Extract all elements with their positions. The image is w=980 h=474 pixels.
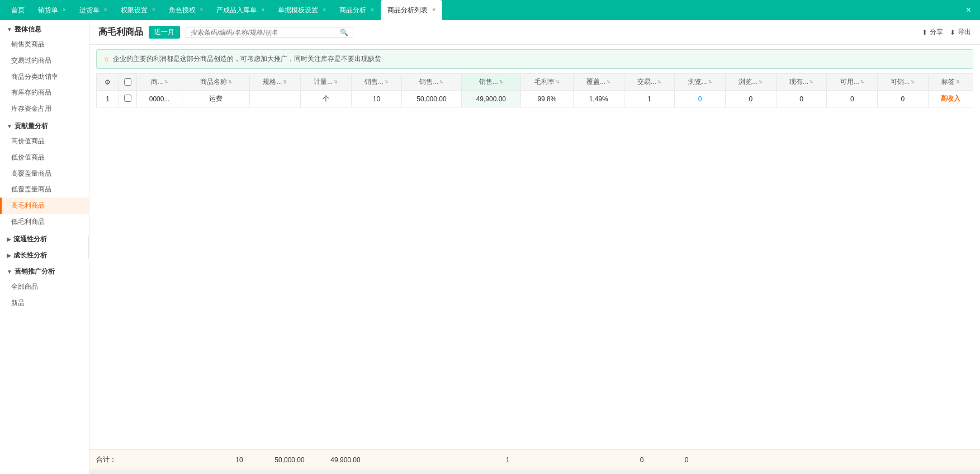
export-button[interactable]: ⬇ 导出 bbox=[950, 27, 971, 37]
bottom-scrollbar[interactable] bbox=[89, 470, 980, 474]
sidebar-item-low-coverage[interactable]: 低覆盖量商品 bbox=[0, 181, 89, 198]
col-sale-qty-header[interactable]: 销售...⇅ bbox=[351, 74, 402, 91]
sort-icon-samount: ⇅ bbox=[439, 79, 443, 85]
nav-template-settings[interactable]: 单据模板设置 × bbox=[271, 0, 333, 20]
total-sale-amount: 50,000.00 bbox=[262, 456, 318, 464]
total-empty-1 bbox=[127, 456, 217, 464]
col-spec-header[interactable]: 规格...⇅ bbox=[250, 74, 301, 91]
col-current-header[interactable]: 现有...⇅ bbox=[776, 74, 827, 91]
table-wrapper[interactable]: ⚙ 商...⇅ 商品名称⇅ 规格...⇅ bbox=[89, 73, 980, 449]
total-transaction: 1 bbox=[485, 456, 530, 464]
col-saleable-header[interactable]: 可销...⇅ bbox=[878, 74, 929, 91]
col-coverage-header[interactable]: 覆盖...⇅ bbox=[573, 74, 624, 91]
time-filter-button[interactable]: 近一月 bbox=[149, 26, 180, 39]
sidebar-item-stock-capital[interactable]: 库存资金占用 bbox=[0, 101, 89, 117]
browse1-link[interactable]: 0 bbox=[698, 95, 702, 103]
sort-icon-sqty: ⇅ bbox=[385, 79, 389, 85]
chevron-down-icon-2: ▼ bbox=[7, 123, 12, 129]
nav-sales-order[interactable]: 销货单 × bbox=[31, 0, 73, 20]
sidebar-item-low-value[interactable]: 低价值商品 bbox=[0, 149, 89, 166]
cell-sale-profit: 49,900.00 bbox=[461, 91, 520, 107]
close-purchase-order[interactable]: × bbox=[104, 0, 107, 20]
col-sale-profit-header[interactable]: 销售...⇅ bbox=[461, 74, 520, 91]
total-empty-3 bbox=[429, 456, 485, 464]
sidebar-item-category-rate[interactable]: 商品分类助销率 bbox=[0, 69, 89, 85]
nav-goods-analysis-list[interactable]: 商品分析列表 × bbox=[381, 0, 442, 20]
sidebar-item-low-gross[interactable]: 低毛利商品 bbox=[0, 214, 89, 230]
sidebar-item-new-goods[interactable]: 新品 bbox=[0, 295, 89, 311]
col-browse2-header[interactable]: 浏览...⇅ bbox=[725, 74, 776, 91]
close-role-auth[interactable]: × bbox=[200, 0, 203, 20]
nav-role-auth[interactable]: 角色授权 × bbox=[162, 0, 210, 20]
col-gross-rate-header[interactable]: 毛利率⇅ bbox=[521, 74, 574, 91]
cell-spec bbox=[250, 91, 301, 107]
col-transaction-header[interactable]: 交易...⇅ bbox=[624, 74, 675, 91]
sidebar-group-flow[interactable]: ▶ 流通性分析 bbox=[0, 230, 89, 246]
share-icon: ⬆ bbox=[922, 29, 927, 36]
info-text: 企业的主要的利润都是这部分商品创造的，可考虑加大推广，同时关注库存是不要出现缺货 bbox=[113, 54, 381, 64]
main-layout: « ▼ 整体信息 销售类商品 交易过的商品 商品分类助销率 有库存的商品 库存资… bbox=[0, 20, 980, 474]
nav-home[interactable]: 首页 bbox=[4, 0, 31, 20]
cell-browse1[interactable]: 0 bbox=[675, 91, 726, 107]
cell-coverage: 1.49% bbox=[573, 91, 624, 107]
search-icon[interactable]: 🔍 bbox=[340, 29, 348, 36]
cell-checkbox[interactable] bbox=[119, 91, 137, 107]
sort-icon-name: ⇅ bbox=[228, 79, 232, 85]
sidebar-item-high-coverage[interactable]: 高覆盖量商品 bbox=[0, 166, 89, 182]
close-sales-order[interactable]: × bbox=[63, 0, 66, 20]
top-nav: 首页 销货单 × 进货单 × 权限设置 × 角色授权 × 产成品入库单 × 单据… bbox=[0, 0, 980, 20]
total-empty-2 bbox=[373, 456, 429, 464]
nav-product-in[interactable]: 产成品入库单 × bbox=[210, 0, 271, 20]
sidebar-item-high-gross[interactable]: 高毛利商品 bbox=[0, 198, 89, 214]
sort-icon-browse1: ⇅ bbox=[708, 79, 712, 85]
sidebar-group-contribution[interactable]: ▼ 贡献量分析 bbox=[0, 117, 89, 133]
sort-icon-transaction: ⇅ bbox=[657, 79, 661, 85]
header-actions: ⬆ 分享 ⬇ 导出 bbox=[922, 27, 971, 37]
sidebar-group-marketing[interactable]: ▼ 营销推广分析 bbox=[0, 262, 89, 279]
sidebar-group-growth[interactable]: ▶ 成长性分析 bbox=[0, 246, 89, 262]
row-checkbox[interactable] bbox=[124, 95, 131, 102]
chevron-down-icon: ▼ bbox=[7, 26, 12, 32]
sidebar-item-traded-goods[interactable]: 交易过的商品 bbox=[0, 53, 89, 69]
search-input[interactable] bbox=[191, 29, 338, 36]
nav-purchase-order[interactable]: 进货单 × bbox=[73, 0, 114, 20]
col-tag-header[interactable]: 标签⇅ bbox=[928, 74, 973, 91]
goods-table: ⚙ 商...⇅ 商品名称⇅ 规格...⇅ bbox=[96, 73, 973, 107]
total-label: 合计： bbox=[96, 455, 116, 464]
col-settings[interactable]: ⚙ bbox=[97, 74, 119, 91]
cell-current: 0 bbox=[776, 91, 827, 107]
col-checkbox-header[interactable] bbox=[119, 74, 137, 91]
global-close-button[interactable]: × bbox=[962, 5, 976, 15]
col-browse1-header[interactable]: 浏览...⇅ bbox=[675, 74, 726, 91]
close-template-settings[interactable]: × bbox=[323, 0, 326, 20]
sort-icon-spec: ⇅ bbox=[283, 79, 287, 85]
sort-icon-current: ⇅ bbox=[809, 79, 813, 85]
sidebar-collapse-btn[interactable]: « bbox=[88, 236, 89, 259]
sidebar-item-high-value[interactable]: 高价值商品 bbox=[0, 133, 89, 149]
sidebar-group-overview[interactable]: ▼ 整体信息 bbox=[0, 20, 89, 36]
nav-goods-analysis[interactable]: 商品分析 × bbox=[333, 0, 381, 20]
col-sale-amount-header[interactable]: 销售...⇅ bbox=[402, 74, 461, 91]
cell-name: 运费 bbox=[182, 91, 250, 107]
col-name-header[interactable]: 商品名称⇅ bbox=[182, 74, 250, 91]
close-product-in[interactable]: × bbox=[261, 0, 264, 20]
col-available-header[interactable]: 可用...⇅ bbox=[827, 74, 878, 91]
sort-icon-available: ⇅ bbox=[860, 79, 864, 85]
select-all-checkbox[interactable] bbox=[124, 78, 131, 86]
sidebar-item-all-goods[interactable]: 全部商品 bbox=[0, 279, 89, 295]
info-icon: ☆ bbox=[103, 55, 110, 63]
table-header-row: ⚙ 商...⇅ 商品名称⇅ 规格...⇅ bbox=[97, 74, 973, 91]
sidebar-item-stock-goods[interactable]: 有库存的商品 bbox=[0, 85, 89, 101]
close-goods-analysis[interactable]: × bbox=[371, 0, 374, 20]
total-available: 0 bbox=[664, 456, 709, 464]
nav-permission[interactable]: 权限设置 × bbox=[114, 0, 162, 20]
cell-sale-amount: 50,000.00 bbox=[402, 91, 461, 107]
close-goods-analysis-list[interactable]: × bbox=[432, 0, 435, 20]
share-button[interactable]: ⬆ 分享 bbox=[922, 27, 943, 37]
col-code-header[interactable]: 商...⇅ bbox=[137, 74, 182, 91]
cell-index: 1 bbox=[97, 91, 119, 107]
sidebar-item-sales-goods[interactable]: 销售类商品 bbox=[0, 36, 89, 53]
sort-icon-browse2: ⇅ bbox=[759, 79, 763, 85]
col-unit-header[interactable]: 计量...⇅ bbox=[300, 74, 351, 91]
close-permission[interactable]: × bbox=[152, 0, 155, 20]
